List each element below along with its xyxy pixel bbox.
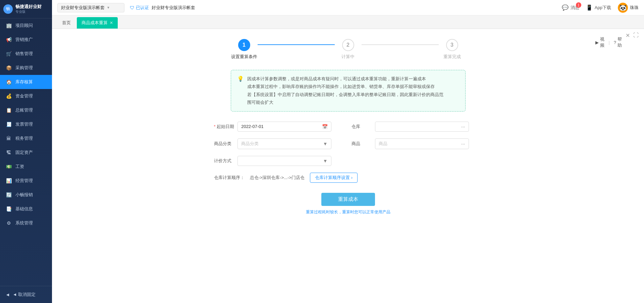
sidebar-item-ledger[interactable]: 📋 总账管理 <box>0 103 52 117</box>
sidebar-item-asset[interactable]: 🏗 固定资产 <box>0 145 52 160</box>
question-icon: ? <box>614 40 616 45</box>
steps-container: 1 设置重算条件 2 计算中 3 重算完成 <box>231 39 466 60</box>
app-download-button[interactable]: 📱 App下载 <box>586 4 611 11</box>
inventory-label: 库存核算 <box>15 79 33 85</box>
sidebar-item-salary[interactable]: 💵 工资 <box>0 160 52 174</box>
sidebar-item-sales[interactable]: 🛒 销售管理 <box>0 47 52 61</box>
unpin-sidebar-button[interactable]: ◄ ◄ 取消固定 <box>0 289 52 300</box>
step-1: 1 设置重算条件 <box>231 39 258 60</box>
tab-cost-recalc-label: 商品成本重算 <box>82 20 108 26</box>
recalculate-label: 重算成本 <box>338 196 358 202</box>
goods-input[interactable]: 商品 ··· <box>375 138 469 149</box>
price-dropdown-icon: ▼ <box>323 158 328 164</box>
tab-cost-recalc[interactable]: 商品成本重算 ✕ <box>77 17 118 29</box>
sidebar-item-operation[interactable]: 📊 经营管理 <box>0 174 52 188</box>
warehouse-input[interactable]: ··· <box>375 122 469 132</box>
help-links: ▶ 视频 | ? 帮助 <box>595 36 622 48</box>
sidebar-item-inventory[interactable]: 🏠 库存核算 <box>0 75 52 89</box>
app-logo-icon: 畅 <box>3 4 13 14</box>
category-placeholder: 商品分类 <box>241 141 259 147</box>
main-area: 好业财专业版演示帐套 ▼ 🛡 已认证 好业财专业版演示帐套 💬 消息 1 📱 A… <box>52 0 644 303</box>
sidebar-item-system[interactable]: ⚙ 系统管理 <box>0 216 52 230</box>
system-label: 系统管理 <box>15 220 33 226</box>
calc-order-row: 仓库计算顺序： 总仓->深圳仓库->...->门店仓 仓库计算顺序设置 › <box>214 173 482 183</box>
step-3-circle: 3 <box>446 39 458 51</box>
tab-close-icon[interactable]: ✕ <box>110 20 113 25</box>
notice-line-3: 若【系统设置】中启用了自动调整记账日期时，会调整入库单的整单记账日期，因此重新计… <box>247 91 443 98</box>
step-3: 3 重算完成 <box>439 39 466 60</box>
close-window-button[interactable]: ✕ <box>626 32 630 39</box>
price-method-group: 计价方式 ▼ <box>214 156 345 166</box>
sidebar-item-purchase[interactable]: 📦 采购管理 <box>0 61 52 75</box>
asset-label: 固定资产 <box>15 149 33 156</box>
basic-label: 基础信息 <box>15 206 33 212</box>
sidebar-logo[interactable]: 畅 畅捷通好业财 专业版 <box>0 0 52 18</box>
invoice-icon: 🧾 <box>5 121 12 128</box>
start-date-group: 起始日期 2022-07-01 📅 <box>214 122 345 132</box>
price-method-label: 计价方式 <box>214 158 234 164</box>
sidebar-item-finance[interactable]: 💰 资金管理 <box>0 89 52 103</box>
notice-line-1: 因成本计算参数调整，或是对商品成本有疑问时，可以通过成本重算功能，重新计算一遍成… <box>247 75 443 83</box>
start-date-value: 2022-07-01 <box>241 124 264 129</box>
warehouse-group: 仓库 ··· <box>352 122 482 132</box>
tabs-bar: 首页 商品成本重算 ✕ <box>52 15 644 29</box>
tab-home[interactable]: 首页 <box>57 17 75 29</box>
app-edition: 专业版 <box>15 9 42 14</box>
notice-line-4: 围可能会扩大 <box>247 98 443 106</box>
more-icon: ··· <box>461 124 465 129</box>
verified-text: 已认证 <box>136 5 149 11</box>
step-2-label: 计算中 <box>341 54 355 60</box>
tax-icon: 🏛 <box>5 135 12 142</box>
sidebar-item-basic[interactable]: 📑 基础信息 <box>0 202 52 216</box>
sidebar-item-marketing[interactable]: 📢 营销推广 <box>0 33 52 47</box>
sidebar-item-tax[interactable]: 🏛 税务管理 <box>0 131 52 145</box>
calc-order-value: 总仓->深圳仓库->...->门店仓 <box>250 175 305 181</box>
step-3-label: 重算完成 <box>443 54 461 60</box>
step-connector-2 <box>362 44 439 45</box>
sidebar: 畅 畅捷通好业财 专业版 🏢 项目顾问 📢 营销推广 🛒 销售管理 📦 采购管理… <box>0 0 52 303</box>
tax-label: 税务管理 <box>15 135 33 141</box>
account-selector[interactable]: 好业财专业版演示帐套 ▼ <box>57 3 124 12</box>
sidebar-item-project[interactable]: 🏢 项目顾问 <box>0 18 52 33</box>
expand-window-button[interactable]: ⛶ <box>633 32 639 39</box>
start-date-input[interactable]: 2022-07-01 📅 <box>237 122 331 132</box>
help-link[interactable]: ? 帮助 <box>614 36 622 48</box>
lightbulb-icon: 💡 <box>237 76 244 106</box>
inventory-icon: 🏠 <box>5 79 12 85</box>
form-row-1: 起始日期 2022-07-01 📅 仓库 ··· <box>214 122 482 132</box>
form-section: 起始日期 2022-07-01 📅 仓库 ··· 商品分 <box>214 122 482 215</box>
app-download-label: App下载 <box>595 5 611 11</box>
video-label: 视频 <box>600 36 604 48</box>
tab-home-label: 首页 <box>62 20 71 26</box>
marketing-icon: 📢 <box>5 36 12 43</box>
calc-order-settings-button[interactable]: 仓库计算顺序设置 › <box>310 173 358 183</box>
sidebar-item-expense[interactable]: 🔄 小畅报销 <box>0 188 52 202</box>
app-name: 畅捷通好业财 <box>15 4 42 9</box>
message-button[interactable]: 💬 消息 1 <box>562 4 579 11</box>
verified-account-name: 好业财专业版演示帐套 <box>152 5 195 11</box>
notice-line-2: 成本重算过程中，影响库存账的操作均不能操作，比如进货单、销货单、库存单据不能审核… <box>247 83 443 90</box>
step-2-number: 2 <box>346 42 350 48</box>
account-dropdown-icon: ▼ <box>107 6 110 9</box>
project-label: 项目顾问 <box>15 23 33 29</box>
submit-section: 重算成本 重算过程耗时较长，重算时您可以正常使用产品 <box>214 193 482 215</box>
video-help-link[interactable]: ▶ 视频 <box>595 36 604 48</box>
more-goods-icon: ··· <box>461 141 465 146</box>
calc-order-label: 仓库计算顺序： <box>214 175 245 181</box>
sidebar-nav: 🏢 项目顾问 📢 营销推广 🛒 销售管理 📦 采购管理 🏠 库存核算 💰 资金管… <box>0 18 52 286</box>
recalculate-button[interactable]: 重算成本 <box>321 193 375 206</box>
notification-count: 1 <box>576 2 581 8</box>
price-method-input[interactable]: ▼ <box>237 156 331 166</box>
play-icon: ▶ <box>595 40 599 45</box>
goods-placeholder: 商品 <box>379 141 387 147</box>
verified-badge: 🛡 已认证 好业财专业版演示帐套 <box>130 5 195 11</box>
account-name: 好业财专业版演示帐套 <box>61 5 105 11</box>
system-icon: ⚙ <box>5 220 12 226</box>
expense-icon: 🔄 <box>5 191 12 198</box>
operation-label: 经营管理 <box>15 178 33 184</box>
sidebar-item-invoice[interactable]: 🧾 发票管理 <box>0 117 52 131</box>
purchase-label: 采购管理 <box>15 65 33 71</box>
category-input[interactable]: 商品分类 ▼ <box>237 138 331 149</box>
finance-icon: 💰 <box>5 93 12 99</box>
user-profile-button[interactable]: 🐼 珠珠 <box>618 3 639 13</box>
